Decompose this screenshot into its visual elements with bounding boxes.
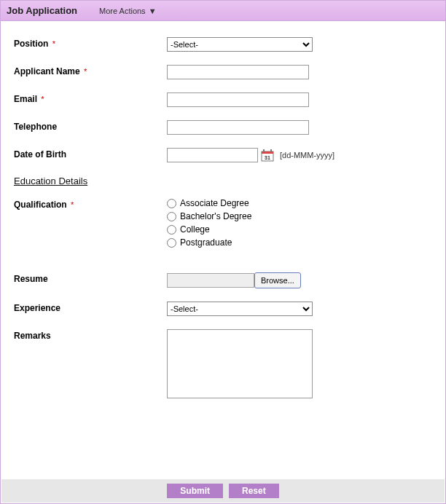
qualification-radiogroup: Associate Degree Bachelor's Degree Colle… xyxy=(167,198,432,251)
qualification-option[interactable]: Bachelor's Degree xyxy=(167,211,432,221)
row-dob: Date of Birth 31 [dd-MMM-yyyy] xyxy=(14,148,432,162)
row-qualification: Qualification * Associate Degree Bachelo… xyxy=(14,198,432,251)
label-resume: Resume xyxy=(14,272,167,284)
footer-bar: Submit Reset xyxy=(1,479,445,503)
svg-rect-3 xyxy=(270,149,272,152)
svg-text:31: 31 xyxy=(265,155,270,160)
browse-button[interactable]: Browse... xyxy=(254,272,301,288)
required-marker: * xyxy=(52,39,55,48)
more-actions-label: More Actions xyxy=(99,7,146,15)
chevron-down-icon: ▼ xyxy=(149,7,157,15)
header-bar: Job Application More Actions ▼ xyxy=(1,1,445,21)
qualification-radio[interactable] xyxy=(167,225,176,235)
qualification-option[interactable]: Associate Degree xyxy=(167,198,432,208)
dob-format-hint: [dd-MMM-yyyy] xyxy=(280,151,334,160)
svg-rect-2 xyxy=(263,149,265,152)
section-education-details: Education Details xyxy=(14,176,432,186)
qualification-radio[interactable] xyxy=(167,199,176,208)
dob-input[interactable] xyxy=(167,148,258,162)
qualification-option[interactable]: College xyxy=(167,224,432,235)
calendar-icon[interactable]: 31 xyxy=(261,149,274,162)
row-email: Email * xyxy=(14,92,432,107)
required-marker: * xyxy=(41,95,44,103)
label-remarks: Remarks xyxy=(14,329,167,341)
required-marker: * xyxy=(84,67,87,76)
applicant-name-input[interactable] xyxy=(167,65,309,79)
qualification-option[interactable]: Postgraduate xyxy=(167,237,432,248)
experience-select[interactable]: -Select- xyxy=(167,302,313,316)
qualification-radio[interactable] xyxy=(167,238,176,248)
row-resume: Resume Browse... xyxy=(14,272,432,288)
position-select[interactable]: -Select- xyxy=(167,37,313,52)
row-position: Position * -Select- xyxy=(14,37,432,52)
form-body: Position * -Select- Applicant Name * Ema… xyxy=(1,21,445,421)
telephone-input[interactable] xyxy=(167,120,309,135)
label-applicant-name: Applicant Name * xyxy=(14,65,167,76)
row-applicant-name: Applicant Name * xyxy=(14,65,432,79)
row-remarks: Remarks xyxy=(14,329,432,401)
qualification-radio[interactable] xyxy=(167,212,176,221)
resume-file-display xyxy=(167,273,254,288)
row-experience: Experience -Select- xyxy=(14,302,432,316)
required-marker: * xyxy=(71,200,74,209)
reset-button[interactable]: Reset xyxy=(229,484,279,498)
row-telephone: Telephone xyxy=(14,120,432,135)
app-window: Job Application More Actions ▼ Position … xyxy=(0,0,446,504)
label-dob: Date of Birth xyxy=(14,148,167,160)
more-actions-dropdown[interactable]: More Actions ▼ xyxy=(99,7,156,15)
label-qualification: Qualification * xyxy=(14,198,167,210)
label-position: Position * xyxy=(14,37,167,49)
label-telephone: Telephone xyxy=(14,120,167,132)
label-email: Email * xyxy=(14,92,167,104)
submit-button[interactable]: Submit xyxy=(167,484,223,498)
email-input[interactable] xyxy=(167,92,309,107)
remarks-textarea[interactable] xyxy=(167,329,313,398)
label-experience: Experience xyxy=(14,302,167,313)
page-title: Job Application xyxy=(7,5,77,16)
